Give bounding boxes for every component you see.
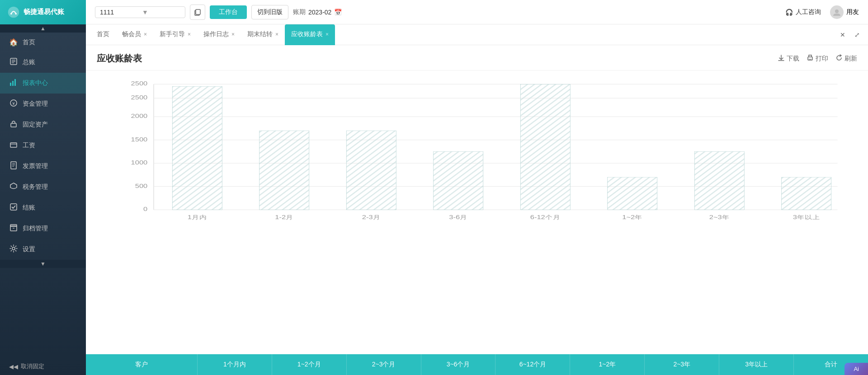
switch-old-button[interactable]: 切到旧版	[251, 5, 288, 19]
download-icon	[778, 54, 785, 63]
maximize-button[interactable]: ⤢	[851, 28, 863, 41]
sidebar-item-ledger[interactable]: 总账	[0, 52, 86, 73]
table-header-1-2y-label: 1~2年	[599, 361, 616, 369]
svg-text:1~2年: 1~2年	[622, 214, 642, 220]
logo-icon	[7, 6, 20, 19]
svg-rect-11	[12, 81, 14, 86]
table-header-1-2y: 1~2年	[570, 354, 645, 375]
sidebar-scroll-up[interactable]: ▲	[0, 24, 86, 33]
tab-guide-label: 新手引导	[160, 30, 185, 38]
tab-log-label: 操作日志	[203, 30, 229, 38]
sidebar-label-settings: 设置	[23, 245, 35, 253]
svg-point-1	[10, 13, 12, 14]
close-all-button[interactable]: ✕	[836, 28, 849, 41]
svg-rect-50	[520, 84, 570, 210]
sidebar-item-assets[interactable]: 固定资产	[0, 114, 86, 135]
sidebar-item-settings[interactable]: 设置	[0, 239, 86, 260]
table-header-1m-label: 1个月内	[223, 361, 246, 369]
ai-badge-label: Ai	[854, 366, 859, 372]
svg-text:2500: 2500	[131, 94, 148, 101]
table-header-bar: 客户 1个月内 1~2个月 2~3个月 3~6个月 6~12个月	[86, 354, 868, 375]
sidebar-item-tax[interactable]: 税务管理	[0, 177, 86, 197]
tab-guide[interactable]: 新手引导 ×	[153, 24, 197, 45]
svg-text:3-6月: 3-6月	[449, 214, 467, 220]
sidebar-label-funds: 资金管理	[23, 100, 48, 108]
svg-point-5	[835, 9, 839, 13]
sidebar-item-reports[interactable]: 报表中心	[0, 73, 86, 94]
table-header-customer: 客户	[86, 354, 198, 375]
sidebar-item-funds[interactable]: ¥ 资金管理	[0, 94, 86, 114]
sidebar-item-closing[interactable]: 结账	[0, 197, 86, 218]
print-label: 打印	[816, 55, 828, 63]
archive-icon	[9, 224, 18, 234]
sidebar-label-salary: 工资	[23, 141, 35, 150]
tab-aging-close[interactable]: ×	[326, 31, 329, 38]
tab-period-close[interactable]: ×	[275, 31, 278, 38]
svg-point-0	[8, 6, 19, 18]
sidebar-label-home: 首页	[23, 38, 35, 47]
table-header-customer-label: 客户	[135, 361, 148, 369]
refresh-icon	[835, 54, 843, 63]
tab-log-close[interactable]: ×	[231, 31, 235, 38]
page-actions: 下载 打印 刷新	[778, 54, 857, 63]
sidebar-label-closing: 结账	[23, 204, 35, 212]
tab-home[interactable]: 首页	[90, 24, 116, 45]
table-header-2-3y-label: 2~3年	[673, 361, 690, 369]
reports-icon	[9, 78, 18, 88]
svg-rect-51	[608, 177, 657, 210]
calendar-icon[interactable]: 📅	[334, 9, 342, 16]
settings-icon	[9, 244, 18, 254]
table-header-6-12m-label: 6~12个月	[519, 361, 547, 369]
cancel-fixed-button[interactable]: ◀◀ 取消固定	[0, 358, 86, 375]
assets-icon	[9, 120, 18, 130]
copy-icon-button[interactable]	[190, 5, 205, 20]
tab-period[interactable]: 期末结转 ×	[241, 24, 285, 45]
tab-member[interactable]: 畅会员 ×	[116, 24, 153, 45]
tax-icon	[9, 182, 18, 192]
tab-member-close[interactable]: ×	[144, 31, 147, 38]
svg-rect-29	[809, 59, 811, 60]
sidebar-item-home[interactable]: 🏠 首页	[0, 33, 86, 52]
tab-guide-close[interactable]: ×	[188, 31, 191, 38]
ai-badge[interactable]: Ai	[844, 363, 868, 375]
download-label: 下载	[787, 55, 799, 63]
ledger-icon	[9, 57, 18, 67]
page-title: 应收账龄表	[97, 52, 142, 65]
user-area[interactable]: 用友	[830, 5, 859, 19]
svg-rect-16	[10, 143, 17, 147]
sidebar-item-salary[interactable]: 工资	[0, 135, 86, 156]
pin-icon: ◀◀	[9, 363, 18, 370]
svg-rect-4	[196, 9, 200, 14]
copy-icon	[194, 9, 201, 16]
sidebar-scroll-down[interactable]: ▼	[0, 260, 86, 268]
user-name: 用友	[846, 8, 859, 16]
page-header: 应收账龄表 下载 打印	[86, 45, 868, 70]
sidebar-label-assets: 固定资产	[23, 121, 48, 129]
tab-log[interactable]: 操作日志 ×	[197, 24, 241, 45]
print-button[interactable]: 打印	[807, 54, 828, 63]
tab-aging-label: 应收账龄表	[291, 30, 323, 38]
consult-button[interactable]: 🎧 人工咨询	[785, 8, 821, 16]
tab-aging[interactable]: 应收账龄表 ×	[285, 24, 335, 45]
svg-rect-52	[694, 152, 744, 210]
svg-rect-48	[346, 131, 396, 210]
salary-icon	[9, 141, 18, 150]
period-area: 账期 2023-02 📅	[293, 8, 342, 16]
sidebar-item-invoice[interactable]: 发票管理	[0, 156, 86, 177]
svg-point-2	[15, 13, 17, 14]
svg-text:0: 0	[143, 206, 147, 212]
logo-area: 畅捷通易代账	[0, 0, 86, 24]
table-header-3y-plus-label: 3年以上	[745, 361, 768, 369]
chart-area: 0 500 1000 1500 2000 2500 2500	[86, 70, 868, 354]
svg-text:500: 500	[135, 183, 148, 189]
workbench-button[interactable]: 工作台	[210, 5, 247, 19]
refresh-button[interactable]: 刷新	[835, 54, 857, 63]
table-header-total-label: 合计	[825, 361, 837, 369]
download-button[interactable]: 下载	[778, 54, 799, 63]
svg-rect-15	[11, 123, 16, 127]
sidebar-item-archive[interactable]: 归档管理	[0, 218, 86, 239]
svg-rect-10	[10, 83, 11, 86]
sidebar-label-ledger: 总账	[23, 58, 35, 66]
svg-rect-24	[10, 225, 17, 226]
company-select[interactable]: 1111 ▼	[95, 6, 185, 18]
